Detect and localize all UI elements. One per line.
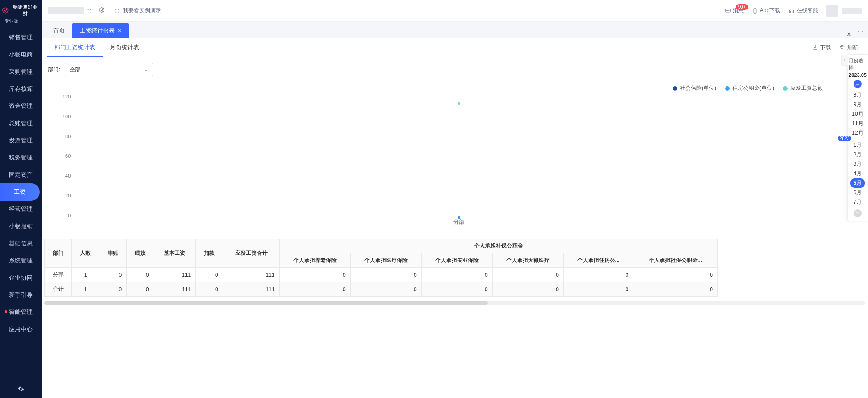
sidebar-item[interactable]: 发票管理 bbox=[0, 132, 42, 149]
month-item[interactable]: 8月 bbox=[850, 90, 865, 100]
sidebar-item[interactable]: 工资 bbox=[0, 183, 40, 201]
table-cell: 0 bbox=[99, 282, 126, 297]
legend-label: 社会保险(单位) bbox=[680, 84, 716, 92]
demo-link[interactable]: 我要看实例演示 bbox=[114, 7, 161, 14]
month-item[interactable]: 2月 bbox=[850, 150, 865, 159]
messages-badge: 99+ bbox=[736, 4, 748, 10]
sidebar-item-label: 总账管理 bbox=[9, 120, 33, 126]
sidebar-item[interactable]: 采购管理 bbox=[0, 63, 42, 80]
table-group-header: 个人承担社保公积金 bbox=[279, 239, 717, 253]
sidebar-item[interactable]: 税务管理 bbox=[0, 149, 42, 166]
table-cell: 分部 bbox=[45, 268, 72, 282]
company-selector[interactable]: ﹀ bbox=[48, 7, 92, 14]
month-scroll-down[interactable]: ︾ bbox=[854, 209, 862, 217]
month-item[interactable]: 9月 bbox=[850, 100, 865, 109]
fullscreen-icon[interactable]: ⛶ bbox=[857, 31, 863, 38]
sub-tab[interactable]: 月份统计表 bbox=[103, 38, 146, 57]
month-item[interactable]: 5月 bbox=[850, 178, 865, 188]
sidebar-item[interactable]: 经营管理 bbox=[0, 201, 42, 218]
sidebar-item-label: 企业协同 bbox=[9, 274, 33, 281]
month-item[interactable]: 12月 bbox=[850, 128, 865, 138]
notification-dot-icon bbox=[5, 310, 7, 313]
demo-link-label: 我要看实例演示 bbox=[123, 7, 161, 14]
legend-item[interactable]: 应发工资总额 bbox=[783, 84, 823, 92]
legend-item[interactable]: 社会保险(单位) bbox=[673, 84, 716, 92]
table-cell: 0 bbox=[633, 282, 718, 297]
user-menu[interactable] bbox=[826, 5, 862, 17]
month-item[interactable]: 7月 bbox=[850, 197, 865, 207]
sidebar: 畅捷通好业财 专业版 销售管理小畅电商采购管理库存核算资金管理总账管理发票管理税… bbox=[0, 0, 42, 398]
horizontal-scrollbar[interactable] bbox=[44, 301, 865, 305]
table-cell: 1 bbox=[72, 282, 99, 297]
sidebar-item[interactable]: 小畅电商 bbox=[0, 46, 42, 63]
month-item[interactable]: 3月 bbox=[850, 159, 865, 169]
sidebar-item[interactable]: 总账管理 bbox=[0, 115, 42, 132]
messages-button[interactable]: 消息 99+ bbox=[725, 7, 744, 14]
sidebar-item-label: 系统管理 bbox=[9, 257, 33, 264]
month-item[interactable]: 1月 bbox=[850, 140, 865, 150]
month-scroll-up[interactable]: ︽ bbox=[854, 80, 862, 88]
table-cell: 0 bbox=[196, 268, 223, 282]
table-row: 合计1001110111000000 bbox=[45, 282, 718, 297]
chart: 120100806040200 分部 bbox=[76, 94, 841, 225]
download-button[interactable]: 下载 bbox=[812, 44, 831, 52]
app-download-button[interactable]: App下载 bbox=[752, 7, 780, 14]
svg-point-3 bbox=[726, 10, 727, 10]
sidebar-item[interactable]: 销售管理 bbox=[0, 29, 42, 46]
page-tabs: 首页工资统计报表✕ ✕ ⛶ bbox=[42, 22, 868, 38]
sidebar-item-label: 应用中心 bbox=[9, 326, 33, 332]
y-tick-label: 60 bbox=[65, 153, 71, 159]
month-item[interactable]: 10月 bbox=[850, 109, 865, 119]
page-tab[interactable]: 首页 bbox=[46, 23, 72, 38]
table-cell: 0 bbox=[279, 268, 350, 282]
sub-tab[interactable]: 部门工资统计表 bbox=[47, 38, 103, 57]
sidebar-item[interactable]: 固定资产 bbox=[0, 166, 42, 183]
table-header: 应发工资合计 bbox=[223, 239, 279, 268]
settings-icon[interactable] bbox=[18, 387, 24, 393]
table-header: 部门 bbox=[45, 239, 72, 268]
scrollbar-thumb[interactable] bbox=[44, 301, 488, 305]
sidebar-item[interactable]: 企业协同 bbox=[0, 269, 42, 286]
online-service-button[interactable]: 在线客服 bbox=[788, 7, 818, 14]
panel-collapse-button[interactable]: › bbox=[841, 55, 848, 66]
sidebar-item-label: 小畅报销 bbox=[9, 223, 33, 229]
table-sub-header: 个人承担失业保险 bbox=[421, 253, 492, 268]
brand-edition: 专业版 bbox=[2, 18, 40, 24]
month-item[interactable]: 6月 bbox=[850, 188, 865, 197]
sidebar-item[interactable]: 新手引导 bbox=[0, 286, 42, 304]
table-cell: 0 bbox=[421, 268, 492, 282]
sidebar-item[interactable]: 智能管理 bbox=[0, 304, 42, 321]
table-header: 绩效 bbox=[127, 239, 154, 268]
salary-table: 部门人数津贴绩效基本工资扣款应发工资合计个人承担社保公积金 个人承担养老保险个人… bbox=[44, 239, 718, 297]
sidebar-item[interactable]: 库存核算 bbox=[0, 80, 42, 98]
sidebar-item[interactable]: 基础信息 bbox=[0, 235, 42, 252]
svg-point-1 bbox=[101, 9, 103, 11]
message-icon bbox=[725, 8, 731, 14]
month-item[interactable]: 4月 bbox=[850, 169, 865, 178]
sidebar-item-label: 采购管理 bbox=[9, 68, 33, 75]
sidebar-item[interactable]: 系统管理 bbox=[0, 252, 42, 269]
month-panel-current: 2023.05 bbox=[849, 72, 867, 78]
svg-point-4 bbox=[727, 10, 728, 10]
dept-select[interactable]: 全部 ⌄ bbox=[65, 63, 153, 76]
refresh-label: 刷新 bbox=[847, 44, 858, 52]
refresh-button[interactable]: 刷新 bbox=[839, 44, 858, 52]
sidebar-item[interactable]: 资金管理 bbox=[0, 98, 42, 115]
page-tab[interactable]: 工资统计报表✕ bbox=[72, 23, 129, 38]
legend-item[interactable]: 住房公积金(单位) bbox=[725, 84, 774, 92]
month-item[interactable]: 11月 bbox=[850, 119, 865, 128]
table-cell: 0 bbox=[633, 268, 718, 282]
sidebar-menu: 销售管理小畅电商采购管理库存核算资金管理总账管理发票管理税务管理固定资产工资经营… bbox=[0, 26, 42, 381]
gear-icon[interactable] bbox=[99, 7, 105, 14]
sidebar-item[interactable]: 应用中心 bbox=[0, 321, 42, 338]
table-header: 基本工资 bbox=[154, 239, 196, 268]
sidebar-item-label: 固定资产 bbox=[9, 171, 33, 178]
table-wrapper[interactable]: 部门人数津贴绩效基本工资扣款应发工资合计个人承担社保公积金 个人承担养老保险个人… bbox=[44, 239, 865, 297]
sidebar-item[interactable]: 小畅报销 bbox=[0, 218, 42, 235]
phone-icon bbox=[752, 8, 758, 14]
table-cell: 0 bbox=[492, 268, 563, 282]
legend-dot-icon bbox=[783, 86, 788, 91]
table-cell: 0 bbox=[350, 282, 421, 297]
tab-close-all-icon[interactable]: ✕ bbox=[846, 31, 852, 38]
tab-close-icon[interactable]: ✕ bbox=[118, 28, 122, 34]
